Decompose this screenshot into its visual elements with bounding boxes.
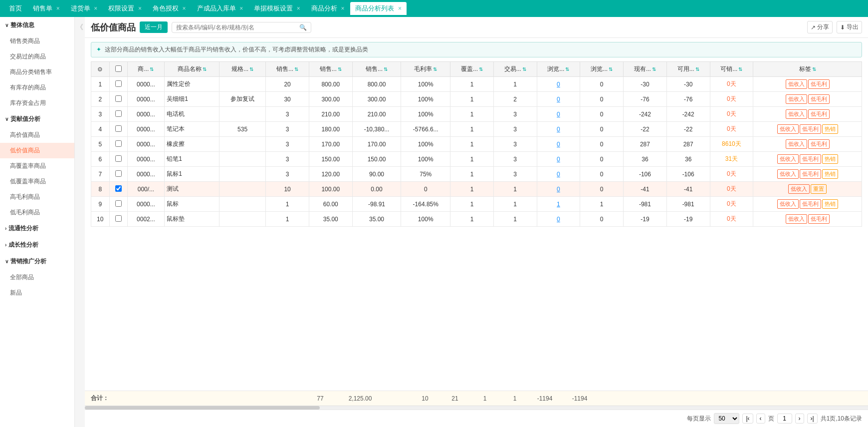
sort-icon[interactable]: ⇅ xyxy=(479,66,483,72)
row-checkbox[interactable] xyxy=(115,95,122,102)
sidebar-item-traded[interactable]: 交易过的商品 xyxy=(0,49,74,64)
cell-checkbox[interactable] xyxy=(109,137,127,152)
cell-checkbox[interactable] xyxy=(109,182,127,197)
cell-col7[interactable]: 0 xyxy=(537,122,580,137)
search-input[interactable] xyxy=(176,24,297,31)
nav-goods-analysis-list[interactable]: 商品分析列表 × xyxy=(350,2,407,15)
last-page-button[interactable]: ›| xyxy=(807,414,818,424)
cell-col7[interactable]: 0 xyxy=(537,137,580,152)
tag[interactable]: 低收入 xyxy=(786,94,807,104)
nav-purchase[interactable]: 进货单 × xyxy=(66,2,103,15)
sidebar-section-growth[interactable]: › 成长性分析 xyxy=(0,237,74,253)
row-checkbox[interactable] xyxy=(115,170,122,177)
share-button[interactable]: ↗ 分享 xyxy=(807,21,833,33)
sort-icon[interactable]: ⇅ xyxy=(522,66,526,72)
row-checkbox[interactable] xyxy=(115,110,122,117)
tag[interactable]: 低收入 xyxy=(788,184,810,194)
col-code[interactable]: 商...⇅ xyxy=(127,62,165,77)
tag[interactable]: 低收入 xyxy=(777,199,799,209)
col-browse2[interactable]: 浏览...⇅ xyxy=(580,62,624,77)
next-page-button[interactable]: › xyxy=(795,414,804,424)
tag[interactable]: 低收入 xyxy=(786,139,807,149)
sidebar-item-stock-fund[interactable]: 库存资金占用 xyxy=(0,95,74,111)
sort-icon[interactable]: ⇅ xyxy=(652,66,656,72)
period-button[interactable]: 近一月 xyxy=(140,21,168,33)
cell-col7[interactable]: 0 xyxy=(537,167,580,182)
tag[interactable]: 低毛利 xyxy=(800,169,821,179)
nav-sales[interactable]: 销售单 × xyxy=(28,2,65,15)
tag[interactable]: 低毛利 xyxy=(800,199,821,209)
sort-icon[interactable]: ⇅ xyxy=(150,66,154,72)
tag[interactable]: 低收入 xyxy=(777,124,799,134)
tag[interactable]: 低毛利 xyxy=(808,139,830,149)
tag[interactable]: 低收入 xyxy=(777,154,799,164)
close-icon[interactable]: × xyxy=(56,5,60,12)
sort-icon[interactable]: ⇅ xyxy=(738,66,742,72)
cell-col7[interactable]: 0 xyxy=(537,182,580,197)
sidebar-section-marketing[interactable]: ∨ 营销推广分析 xyxy=(0,253,74,270)
tag[interactable]: 低毛利 xyxy=(808,94,830,104)
sort-icon[interactable]: ⇅ xyxy=(294,66,298,72)
col-sales3[interactable]: 销售...⇅ xyxy=(352,62,401,77)
nav-permission[interactable]: 权限设置 × xyxy=(103,2,147,15)
row-checkbox[interactable] xyxy=(115,215,122,222)
sidebar-item-low-profit[interactable]: 低毛利商品 xyxy=(0,205,74,220)
cell-checkbox[interactable] xyxy=(109,122,127,137)
sort-icon[interactable]: ⇅ xyxy=(609,66,613,72)
cell-checkbox[interactable] xyxy=(109,107,127,122)
browse-link[interactable]: 1 xyxy=(557,201,560,208)
sidebar-item-low-value[interactable]: 低价值商品 xyxy=(0,143,74,158)
close-icon[interactable]: × xyxy=(341,5,344,12)
sort-icon[interactable]: ⇅ xyxy=(249,66,253,72)
col-settings[interactable]: ⚙ xyxy=(91,62,110,77)
col-coverage[interactable]: 覆盖...⇅ xyxy=(450,62,494,77)
browse-link[interactable]: 0 xyxy=(557,111,560,118)
col-browse1[interactable]: 浏览...⇅ xyxy=(537,62,580,77)
select-all-checkbox[interactable] xyxy=(115,65,122,72)
nav-goods-analysis[interactable]: 商品分析 × xyxy=(306,2,350,15)
cell-col7[interactable]: 0 xyxy=(537,77,580,92)
col-gross-rate[interactable]: 毛利率⇅ xyxy=(401,62,450,77)
row-checkbox[interactable] xyxy=(115,200,122,207)
sidebar-section-circulation[interactable]: › 流通性分析 xyxy=(0,220,74,237)
sidebar-item-high-profit[interactable]: 高毛利商品 xyxy=(0,189,74,205)
sidebar-item-all-goods[interactable]: 全部商品 xyxy=(0,270,74,285)
first-page-button[interactable]: |‹ xyxy=(742,414,753,424)
cell-checkbox[interactable] xyxy=(109,77,127,92)
tag[interactable]: 热销 xyxy=(822,199,838,209)
col-checkbox[interactable] xyxy=(109,62,127,77)
cell-col7[interactable]: 0 xyxy=(537,212,580,227)
sidebar-item-category-rate[interactable]: 商品分类销售率 xyxy=(0,64,74,80)
sort-icon[interactable]: ⇅ xyxy=(384,66,388,72)
sidebar-item-new-goods[interactable]: 新品 xyxy=(0,285,74,301)
sort-icon[interactable]: ⇅ xyxy=(338,66,342,72)
row-checkbox[interactable] xyxy=(115,155,122,162)
sort-icon[interactable]: ⇅ xyxy=(433,66,437,72)
sort-icon[interactable]: ⇅ xyxy=(565,66,569,72)
sort-icon[interactable]: ⇅ xyxy=(812,66,816,72)
browse-link[interactable]: 0 xyxy=(557,141,560,148)
tag[interactable]: 重置 xyxy=(811,184,827,194)
row-checkbox[interactable] xyxy=(115,125,122,132)
tag[interactable]: 热销 xyxy=(822,169,838,179)
col-available[interactable]: 可用...⇅ xyxy=(666,62,710,77)
tag[interactable]: 低毛利 xyxy=(808,214,830,224)
sidebar-collapse-button[interactable]: 《 xyxy=(75,17,85,427)
col-sales2[interactable]: 销售...⇅ xyxy=(309,62,352,77)
cell-checkbox[interactable] xyxy=(109,152,127,167)
browse-link[interactable]: 0 xyxy=(557,81,560,88)
nav-home[interactable]: 首页 xyxy=(4,2,27,15)
browse-link[interactable]: 0 xyxy=(557,156,560,163)
cell-checkbox[interactable] xyxy=(109,212,127,227)
sidebar-item-stock-goods[interactable]: 有库存的商品 xyxy=(0,80,74,95)
col-current-stock[interactable]: 现有...⇅ xyxy=(624,62,667,77)
browse-link[interactable]: 0 xyxy=(557,216,560,223)
page-input[interactable] xyxy=(777,414,792,424)
prev-page-button[interactable]: ‹ xyxy=(756,414,765,424)
close-icon[interactable]: × xyxy=(138,5,142,12)
tag[interactable]: 低收入 xyxy=(786,109,807,119)
nav-template[interactable]: 单据模板设置 × xyxy=(249,2,305,15)
sidebar-item-sales-category[interactable]: 销售类商品 xyxy=(0,33,74,49)
col-name[interactable]: 商品名称⇅ xyxy=(165,62,219,77)
export-button[interactable]: ⬇ 导出 xyxy=(837,21,862,33)
